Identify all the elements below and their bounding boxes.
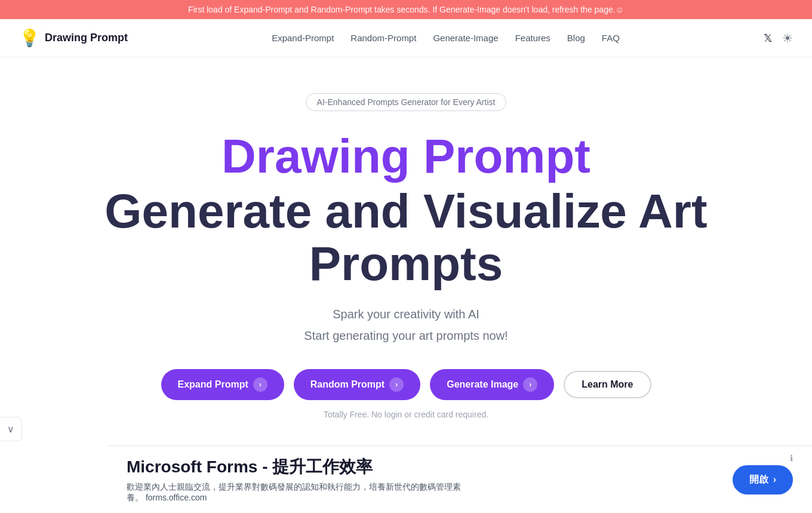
brand-logo[interactable]: 💡 Drawing Prompt [19, 28, 128, 48]
hero-subtitle1: Spark your creativity with AI [333, 305, 479, 324]
navbar: 💡 Drawing Prompt Expand-Prompt Random-Pr… [0, 19, 812, 57]
hero-section: AI-Enhanced Prompts Generator for Every … [0, 57, 812, 443]
hero-title-line2: Generate and Visualize ArtPrompts [104, 185, 707, 290]
random-prompt-label: Random Prompt [310, 379, 385, 390]
theme-toggle-icon[interactable]: ☀ [782, 31, 793, 45]
expand-prompt-button[interactable]: Expand Prompt › [161, 369, 284, 400]
generate-image-label: Generate Image [447, 379, 518, 390]
nav-menu: Expand-Prompt Random-Prompt Generate-Ima… [272, 33, 620, 44]
nav-expand-prompt[interactable]: Expand-Prompt [272, 33, 334, 43]
hero-note: Totally Free. No login or credit card re… [324, 410, 488, 419]
brand-icon: 💡 [19, 28, 40, 48]
expand-prompt-chevron: › [253, 377, 267, 392]
hero-badge: AI-Enhanced Prompts Generator for Every … [306, 93, 507, 111]
expand-prompt-label: Expand Prompt [178, 379, 248, 390]
nav-features[interactable]: Features [515, 33, 550, 43]
navbar-actions: 𝕏 ☀ [764, 31, 793, 45]
hero-subtitle2: Start generating your art prompts now! [304, 326, 508, 345]
learn-more-label: Learn More [582, 379, 633, 389]
nav-random-prompt[interactable]: Random-Prompt [350, 33, 416, 43]
nav-faq[interactable]: FAQ [602, 33, 620, 43]
hero-buttons: Expand Prompt › Random Prompt › Generate… [161, 369, 651, 400]
collapse-button[interactable]: ∨ [0, 417, 22, 441]
hero-title-line1: Drawing Prompt [222, 130, 590, 183]
nav-generate-image[interactable]: Generate-Image [433, 33, 498, 43]
banner-text: First load of Expand-Prompt and Random-P… [188, 5, 624, 14]
generate-image-button[interactable]: Generate Image › [430, 369, 554, 400]
generate-image-chevron: › [523, 377, 537, 392]
learn-more-button[interactable]: Learn More [564, 371, 651, 398]
top-banner: First load of Expand-Prompt and Random-P… [0, 0, 812, 19]
brand-name: Drawing Prompt [45, 32, 128, 44]
random-prompt-button[interactable]: Random Prompt › [294, 369, 420, 400]
random-prompt-chevron: › [389, 377, 404, 392]
nav-blog[interactable]: Blog [567, 33, 585, 43]
twitter-icon[interactable]: 𝕏 [764, 32, 773, 45]
collapse-icon: ∨ [7, 424, 14, 434]
